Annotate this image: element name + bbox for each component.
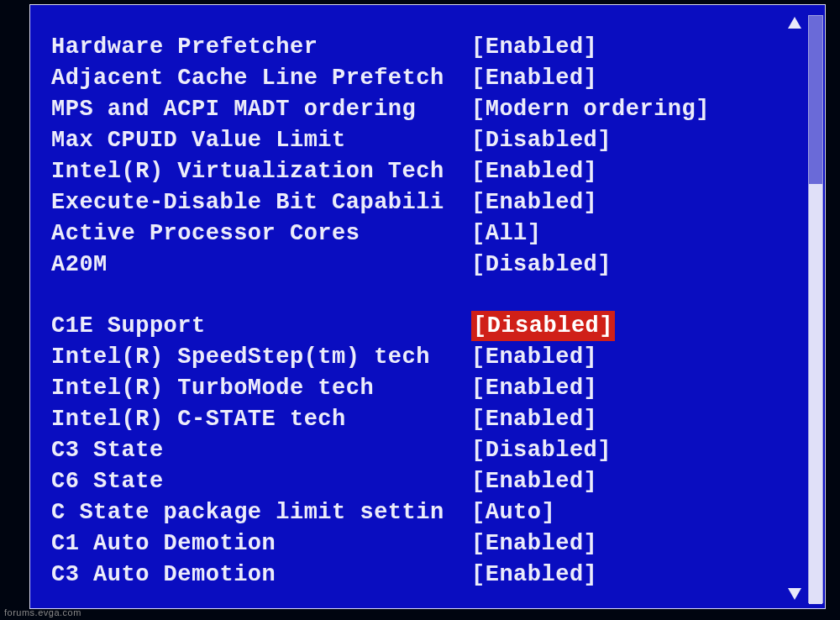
setting-label: C6 State [51, 466, 471, 497]
setting-label: C3 Auto Demotion [51, 560, 471, 590]
setting-value[interactable]: [Enabled] [471, 156, 597, 187]
setting-value[interactable]: [Enabled] [471, 528, 597, 559]
setting-row-hardware-prefetcher[interactable]: Hardware Prefetcher [Enabled] [51, 32, 790, 62]
setting-value[interactable]: [Enabled] [471, 373, 597, 403]
setting-label: A20M [51, 250, 471, 280]
setting-label: Intel(R) SpeedStep(tm) tech [51, 342, 471, 372]
setting-label: Intel(R) C-STATE tech [51, 404, 471, 434]
setting-row-c1-auto-demotion[interactable]: C1 Auto Demotion [Enabled] [51, 528, 790, 559]
setting-row-a20m[interactable]: A20M [Disabled] [51, 250, 790, 280]
setting-label: Adjacent Cache Line Prefetch [51, 63, 471, 93]
section-spacer [51, 281, 790, 311]
setting-row-c3-auto-demotion[interactable]: C3 Auto Demotion [Enabled] [51, 560, 790, 590]
setting-row-cstate[interactable]: Intel(R) C-STATE tech [Enabled] [51, 404, 790, 434]
setting-row-intel-virtualization[interactable]: Intel(R) Virtualization Tech [Enabled] [51, 156, 790, 187]
bios-settings-list: Hardware Prefetcher [Enabled] Adjacent C… [51, 32, 790, 603]
setting-value[interactable]: [Enabled] [471, 404, 597, 434]
setting-value[interactable]: [Enabled] [471, 466, 597, 497]
setting-value[interactable]: [Disabled] [471, 250, 612, 280]
setting-value[interactable]: [Enabled] [471, 187, 597, 218]
setting-label: C3 State [51, 435, 471, 465]
setting-row-cstate-package-limit[interactable]: C State package limit settin [Auto] [51, 497, 790, 528]
scroll-up-icon[interactable] [788, 17, 801, 29]
setting-value[interactable]: [Modern ordering] [471, 94, 710, 124]
setting-value[interactable]: [Enabled] [471, 63, 597, 93]
scrollbar-thumb[interactable] [809, 184, 822, 604]
setting-value[interactable]: [Enabled] [471, 560, 597, 590]
setting-row-turbomode[interactable]: Intel(R) TurboMode tech [Enabled] [51, 373, 790, 403]
setting-row-mps-acpi[interactable]: MPS and ACPI MADT ordering [Modern order… [51, 94, 790, 124]
setting-row-active-cores[interactable]: Active Processor Cores [All] [51, 218, 790, 249]
setting-row-c6-state[interactable]: C6 State [Enabled] [51, 466, 790, 497]
setting-value[interactable]: [Disabled] [471, 435, 612, 465]
setting-label: C State package limit settin [51, 497, 471, 528]
setting-row-max-cpuid[interactable]: Max CPUID Value Limit [Disabled] [51, 125, 790, 155]
watermark-text: forums.evga.com [4, 607, 81, 617]
setting-label: Hardware Prefetcher [51, 32, 471, 62]
setting-row-c3-state[interactable]: C3 State [Disabled] [51, 435, 790, 465]
setting-value[interactable]: [Enabled] [471, 32, 597, 62]
setting-label: Intel(R) Virtualization Tech [51, 156, 471, 187]
setting-label: Active Processor Cores [51, 218, 471, 249]
setting-value-selected[interactable]: [Disabled] [471, 311, 615, 341]
setting-label: Execute-Disable Bit Capabili [51, 187, 471, 218]
setting-label: C1 Auto Demotion [51, 528, 471, 559]
setting-value[interactable]: [All] [471, 218, 542, 249]
setting-row-speedstep[interactable]: Intel(R) SpeedStep(tm) tech [Enabled] [51, 342, 790, 372]
setting-value[interactable]: [Disabled] [471, 125, 612, 155]
setting-label: Intel(R) TurboMode tech [51, 373, 471, 403]
setting-value[interactable]: [Enabled] [471, 342, 597, 372]
setting-label: Max CPUID Value Limit [51, 125, 471, 155]
setting-value[interactable]: [Auto] [471, 497, 555, 528]
setting-row-execute-disable[interactable]: Execute-Disable Bit Capabili [Enabled] [51, 187, 790, 218]
setting-label: C1E Support [51, 311, 471, 341]
setting-label: MPS and ACPI MADT ordering [51, 94, 471, 124]
scrollbar-track[interactable] [808, 15, 823, 603]
setting-row-c1e-support[interactable]: C1E Support [Disabled] [51, 311, 790, 341]
setting-row-adjacent-cache[interactable]: Adjacent Cache Line Prefetch [Enabled] [51, 63, 790, 93]
bios-panel: Hardware Prefetcher [Enabled] Adjacent C… [29, 4, 826, 609]
scroll-down-icon[interactable] [788, 588, 801, 600]
